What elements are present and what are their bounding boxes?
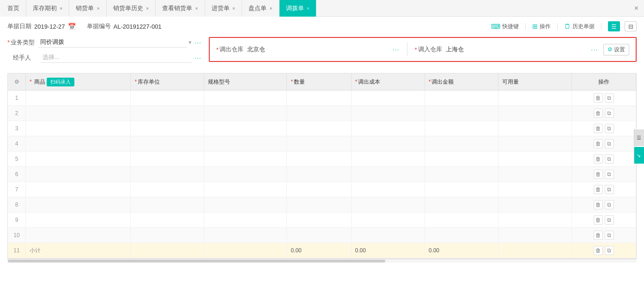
horizontal-scrollbar[interactable]	[7, 259, 637, 262]
cell-cost-2[interactable]	[351, 106, 425, 121]
business-type-field[interactable]: 同价调拨	[38, 37, 187, 48]
cell-amount-10[interactable]	[425, 228, 498, 243]
operator-field[interactable]: 选择...	[41, 52, 192, 63]
copy-row-6-btn[interactable]: ⧉	[605, 170, 614, 179]
cell-product-3[interactable]	[26, 121, 131, 136]
cell-qty-3[interactable]	[287, 121, 351, 136]
cell-amount-2[interactable]	[425, 106, 498, 121]
cell-unit-10[interactable]	[131, 228, 204, 243]
business-type-dropdown-icon[interactable]: ▾	[188, 39, 192, 46]
warehouse-out-value[interactable]: 北京仓	[243, 44, 390, 55]
cell-amount-7[interactable]	[425, 182, 498, 197]
cell-available-9[interactable]	[498, 213, 571, 228]
cell-qty-9[interactable]	[287, 213, 351, 228]
warehouse-in-value[interactable]: 上海仓	[442, 44, 589, 55]
cell-qty-2[interactable]	[287, 106, 351, 121]
cell-cost-8[interactable]	[351, 197, 425, 213]
tab-home[interactable]: 首页	[0, 0, 26, 17]
copy-row-2-btn[interactable]: ⧉	[605, 109, 614, 118]
list-view-btn[interactable]: ☰	[608, 21, 620, 31]
operator-more[interactable]: ···	[194, 54, 201, 61]
cell-available-4[interactable]	[498, 136, 571, 152]
cell-spec-8[interactable]	[204, 197, 287, 213]
cell-qty-8[interactable]	[287, 197, 351, 213]
cell-product-5[interactable]	[26, 152, 131, 167]
close-tab-inventory-init[interactable]: ×	[60, 6, 62, 11]
delete-row-9-btn[interactable]: 🗑	[594, 215, 603, 225]
cell-cost-4[interactable]	[351, 136, 425, 152]
tab-purchase-order[interactable]: 进货单 ×	[205, 0, 242, 17]
delete-row-8-btn[interactable]: 🗑	[594, 200, 603, 209]
close-tab-purchase-order[interactable]: ×	[232, 6, 235, 11]
cell-amount-9[interactable]	[425, 213, 498, 228]
cell-spec-1[interactable]	[204, 91, 287, 106]
cell-spec-9[interactable]	[204, 213, 287, 228]
cell-spec-4[interactable]	[204, 136, 287, 152]
cell-available-10[interactable]	[498, 228, 571, 243]
cell-qty-7[interactable]	[287, 182, 351, 197]
copy-row-9-btn[interactable]: ⧉	[605, 215, 614, 225]
cell-available-3[interactable]	[498, 121, 571, 136]
delete-row-4-btn[interactable]: 🗑	[594, 139, 603, 148]
cell-cost-1[interactable]	[351, 91, 425, 106]
business-type-more[interactable]: ···	[194, 39, 201, 46]
cell-available-2[interactable]	[498, 106, 571, 121]
cell-product-8[interactable]	[26, 197, 131, 213]
cell-amount-1[interactable]	[425, 91, 498, 106]
cell-available-5[interactable]	[498, 152, 571, 167]
cell-product-9[interactable]	[26, 213, 131, 228]
subtotal-copy-btn[interactable]: ⧉	[605, 246, 614, 255]
float-export-btn[interactable]: ↗	[634, 147, 644, 164]
cell-unit-9[interactable]	[131, 213, 204, 228]
calendar-icon[interactable]: 📅	[68, 23, 76, 30]
cell-cost-10[interactable]	[351, 228, 425, 243]
tab-view-sales[interactable]: 查看销货单 ×	[156, 0, 205, 17]
cell-unit-1[interactable]	[131, 91, 204, 106]
close-tab-sales-order[interactable]: ×	[97, 6, 99, 11]
copy-row-5-btn[interactable]: ⧉	[605, 154, 614, 164]
scan-barcode-button[interactable]: 扫码录入	[47, 78, 74, 86]
cell-spec-5[interactable]	[204, 152, 287, 167]
warehouse-in-more[interactable]: ···	[591, 46, 598, 53]
cell-qty-10[interactable]	[287, 228, 351, 243]
copy-row-1-btn[interactable]: ⧉	[605, 93, 614, 103]
cell-product-6[interactable]	[26, 167, 131, 182]
cell-qty-1[interactable]	[287, 91, 351, 106]
cell-spec-10[interactable]	[204, 228, 287, 243]
grid-view-btn[interactable]: ⊟	[625, 21, 637, 31]
cell-qty-4[interactable]	[287, 136, 351, 152]
cell-unit-5[interactable]	[131, 152, 204, 167]
delete-row-10-btn[interactable]: 🗑	[594, 231, 603, 240]
cell-cost-7[interactable]	[351, 182, 425, 197]
cell-spec-2[interactable]	[204, 106, 287, 121]
cell-spec-7[interactable]	[204, 182, 287, 197]
history-btn[interactable]: 🗒 历史单据	[564, 23, 595, 31]
delete-row-2-btn[interactable]: 🗑	[594, 109, 603, 118]
close-all-tabs[interactable]: ×	[629, 0, 644, 17]
tab-inventory-init[interactable]: 库存期初 ×	[26, 0, 69, 17]
cell-available-6[interactable]	[498, 167, 571, 182]
tab-sales-order[interactable]: 销货单 ×	[69, 0, 106, 17]
cell-unit-6[interactable]	[131, 167, 204, 182]
close-tab-view-sales[interactable]: ×	[195, 6, 198, 11]
cell-amount-6[interactable]	[425, 167, 498, 182]
table-gear-icon[interactable]: ⚙	[12, 77, 22, 87]
doc-date-value[interactable]: 2019-12-27	[34, 23, 65, 30]
cell-product-1[interactable]	[26, 91, 131, 106]
cell-cost-9[interactable]	[351, 213, 425, 228]
shortcuts-btn[interactable]: ⌨ 快捷键	[491, 23, 519, 31]
cell-product-2[interactable]	[26, 106, 131, 121]
delete-row-3-btn[interactable]: 🗑	[594, 124, 603, 133]
copy-row-7-btn[interactable]: ⧉	[605, 185, 614, 194]
copy-row-4-btn[interactable]: ⧉	[605, 139, 614, 148]
settings-button[interactable]: ⚙ 设置	[603, 44, 629, 55]
delete-row-7-btn[interactable]: 🗑	[594, 185, 603, 194]
cell-product-10[interactable]	[26, 228, 131, 243]
cell-qty-6[interactable]	[287, 167, 351, 182]
cell-cost-6[interactable]	[351, 167, 425, 182]
cell-spec-3[interactable]	[204, 121, 287, 136]
delete-row-5-btn[interactable]: 🗑	[594, 154, 603, 164]
cell-product-4[interactable]	[26, 136, 131, 152]
cell-cost-3[interactable]	[351, 121, 425, 136]
cell-qty-5[interactable]	[287, 152, 351, 167]
